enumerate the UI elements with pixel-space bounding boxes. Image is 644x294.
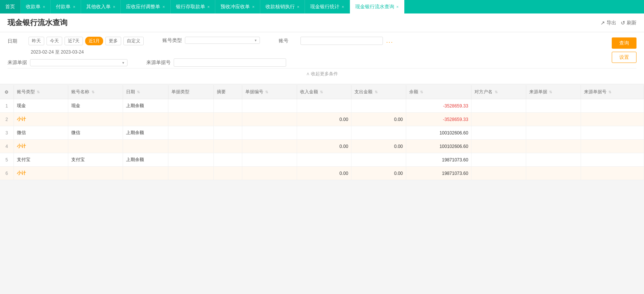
th-expense[interactable]: 支出金额 ⇅ bbox=[351, 85, 406, 99]
td-summary bbox=[213, 140, 242, 153]
nav-cash-bank-flow[interactable]: 现金银行流水查询 × bbox=[350, 0, 404, 13]
th-counter-party[interactable]: 对方户名 ⇅ bbox=[471, 85, 526, 99]
td-income: 0.00 bbox=[297, 167, 351, 180]
td-doc-no bbox=[242, 167, 297, 180]
date-btn-1month[interactable]: 近1月 bbox=[85, 37, 104, 45]
td-doc-type bbox=[168, 167, 213, 180]
close-icon[interactable]: × bbox=[43, 4, 45, 9]
td-row-no: 2 bbox=[0, 113, 14, 126]
td-summary bbox=[213, 126, 242, 140]
nav-collection-verify[interactable]: 收款核销执行 × bbox=[260, 0, 305, 13]
td-doc-no bbox=[242, 99, 297, 113]
nav-prepay-offset[interactable]: 预收冲应收单 × bbox=[215, 0, 260, 13]
page-title: 现金银行流水查询 bbox=[8, 18, 68, 28]
nav-ar-ap-adjust[interactable]: 应收应付调整单 × bbox=[121, 0, 170, 13]
source-doc-select[interactable]: ▾ bbox=[30, 59, 128, 66]
td-date: 上期余额 bbox=[123, 126, 168, 140]
td-counter-party bbox=[471, 99, 526, 113]
td-income: 0.00 bbox=[297, 113, 351, 126]
td-expense: 0.00 bbox=[351, 140, 406, 153]
table-row[interactable]: 5 支付宝 支付宝 上期余额 19871073.60 bbox=[0, 153, 644, 167]
td-income bbox=[297, 99, 351, 113]
td-row-no: 5 bbox=[0, 153, 14, 167]
refresh-button[interactable]: ↺ 刷新 bbox=[621, 19, 636, 26]
account-input[interactable] bbox=[300, 37, 383, 45]
table-row[interactable]: 2 小计 0.00 0.00 -3528659.33 bbox=[0, 113, 644, 126]
th-income[interactable]: 收入金额 ⇅ bbox=[297, 85, 351, 99]
date-btn-7days[interactable]: 近7天 bbox=[65, 37, 83, 45]
td-account-name bbox=[68, 113, 123, 126]
th-source-doc-no[interactable]: 来源单据号 ⇅ bbox=[581, 85, 644, 99]
td-account-type: 小计 bbox=[14, 167, 68, 180]
td-account-type: 小计 bbox=[14, 140, 68, 153]
close-icon[interactable]: × bbox=[297, 4, 299, 9]
td-counter-party bbox=[471, 153, 526, 167]
date-range-display: 2023-02-24 至 2023-03-24 bbox=[31, 49, 84, 55]
collapse-bar[interactable]: ∧ 收起更多条件 bbox=[8, 68, 636, 79]
account-type-select[interactable]: ▾ bbox=[185, 37, 260, 44]
th-balance[interactable]: 余额 ⇅ bbox=[406, 85, 471, 99]
date-btn-more[interactable]: 更多 bbox=[105, 37, 121, 45]
td-account-type: 小计 bbox=[14, 113, 68, 126]
nav-bank-deposit[interactable]: 银行存取款单 × bbox=[171, 0, 215, 13]
date-btn-yesterday[interactable]: 昨天 bbox=[29, 37, 44, 45]
td-date bbox=[123, 113, 168, 126]
close-icon[interactable]: × bbox=[113, 4, 115, 9]
td-income: 0.00 bbox=[297, 140, 351, 153]
td-date bbox=[123, 140, 168, 153]
ellipsis-button[interactable]: ... bbox=[386, 37, 393, 44]
td-balance: -3528659.33 bbox=[406, 99, 471, 113]
source-doc-no-input[interactable] bbox=[174, 58, 286, 67]
td-source-doc-no bbox=[581, 126, 644, 140]
td-doc-no bbox=[242, 113, 297, 126]
close-icon[interactable]: × bbox=[162, 4, 165, 9]
table-row[interactable]: 1 现金 现金 上期余额 -3528659.33 bbox=[0, 99, 644, 113]
close-icon[interactable]: × bbox=[396, 4, 399, 9]
export-icon: ↗ bbox=[600, 20, 605, 26]
close-icon[interactable]: × bbox=[73, 4, 75, 9]
td-source-doc bbox=[526, 113, 581, 126]
th-gear[interactable]: ⚙ bbox=[0, 85, 14, 99]
close-icon[interactable]: × bbox=[207, 4, 210, 9]
td-account-name: 微信 bbox=[68, 126, 123, 140]
td-summary bbox=[213, 153, 242, 167]
th-account-name[interactable]: 账号名称 ⇅ bbox=[68, 85, 123, 99]
date-btn-custom[interactable]: 自定义 bbox=[123, 37, 144, 45]
td-summary bbox=[213, 113, 242, 126]
td-income bbox=[297, 126, 351, 140]
td-balance: 100102606.60 bbox=[406, 126, 471, 140]
close-icon[interactable]: × bbox=[342, 4, 344, 9]
nav-payment[interactable]: 付款单 × bbox=[51, 0, 81, 13]
td-source-doc bbox=[526, 153, 581, 167]
close-icon[interactable]: × bbox=[252, 4, 254, 9]
nav-cash-bank-stat[interactable]: 现金银行统计 × bbox=[305, 0, 350, 13]
th-doc-no[interactable]: 单据编号 ⇅ bbox=[242, 85, 297, 99]
table-container: ⚙ 账号类型 ⇅ 账号名称 ⇅ 日期 ⇅ 单据类型 摘要 单据编号 ⇅ 收入金额… bbox=[0, 85, 644, 180]
td-income bbox=[297, 153, 351, 167]
date-label: 日期 bbox=[8, 38, 26, 45]
nav-other-income[interactable]: 其他收入单 × bbox=[81, 0, 121, 13]
table-row[interactable]: 4 小计 0.00 0.00 100102606.60 bbox=[0, 140, 644, 153]
th-date[interactable]: 日期 ⇅ bbox=[123, 85, 168, 99]
td-balance: 19871073.60 bbox=[406, 167, 471, 180]
td-summary bbox=[213, 99, 242, 113]
chevron-down-icon: ▾ bbox=[255, 38, 257, 42]
table-row[interactable]: 6 小计 0.00 0.00 19871073.60 bbox=[0, 167, 644, 180]
export-button[interactable]: ↗ 导出 bbox=[600, 19, 616, 26]
td-date: 上期余额 bbox=[123, 99, 168, 113]
data-table: ⚙ 账号类型 ⇅ 账号名称 ⇅ 日期 ⇅ 单据类型 摘要 单据编号 ⇅ 收入金额… bbox=[0, 85, 644, 180]
td-doc-type bbox=[168, 153, 213, 167]
settings-button[interactable]: 设置 bbox=[612, 52, 636, 63]
table-header-row: ⚙ 账号类型 ⇅ 账号名称 ⇅ 日期 ⇅ 单据类型 摘要 单据编号 ⇅ 收入金额… bbox=[0, 85, 644, 99]
th-account-type[interactable]: 账号类型 ⇅ bbox=[14, 85, 68, 99]
query-button[interactable]: 查询 bbox=[612, 37, 636, 49]
source-doc-label: 来源单据 bbox=[8, 59, 27, 66]
top-nav: 首页 收款单 × 付款单 × 其他收入单 × 应收应付调整单 × 银行存取款单 … bbox=[0, 0, 644, 13]
nav-home[interactable]: 首页 bbox=[0, 0, 21, 13]
td-counter-party bbox=[471, 140, 526, 153]
th-source-doc[interactable]: 来源单据 ⇅ bbox=[526, 85, 581, 99]
td-expense bbox=[351, 153, 406, 167]
date-btn-today[interactable]: 今天 bbox=[47, 37, 62, 45]
table-row[interactable]: 3 微信 微信 上期余额 100102606.60 bbox=[0, 126, 644, 140]
nav-receipt[interactable]: 收款单 × bbox=[21, 0, 51, 13]
